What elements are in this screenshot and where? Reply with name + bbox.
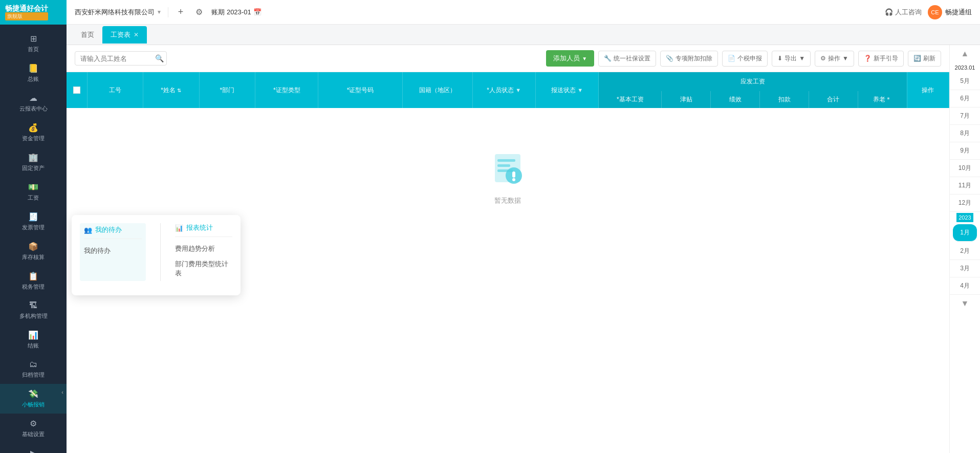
sidebar-item-ledger-label: 总账 (28, 75, 39, 83)
month-item-1-current[interactable]: 1月 (953, 224, 977, 242)
topbar: 西安虾米网络科技有限公司 ▼ + ⚙ 账期 2023-01 📅 🎧 人工咨询 C… (67, 0, 980, 25)
month-item-7[interactable]: 7月 (950, 107, 980, 125)
svg-rect-1 (497, 159, 515, 162)
sidebar-item-tax[interactable]: 📋 税务管理 (0, 266, 67, 296)
popup-section-divider (160, 223, 161, 281)
popup-header: 👥 我的待办 我的待办 📊 报表统计 费用趋势分析 部门费用类型统计表 (80, 223, 232, 281)
sidebar-item-fund-label: 资金管理 (22, 135, 45, 142)
add-people-label: 添加人员 (553, 54, 580, 63)
topbar-add-button[interactable]: + (175, 6, 187, 18)
refresh-label: 刷新 (923, 54, 935, 63)
sidebar-item-archive-label: 归档管理 (22, 371, 45, 379)
report-section-icon: 📊 (175, 224, 183, 232)
select-all-checkbox[interactable] (73, 87, 80, 94)
ledger-icon: 📒 (28, 63, 38, 73)
month-item-8[interactable]: 8月 (950, 125, 980, 142)
sidebar-item-home-label: 首页 (28, 46, 39, 53)
month-item-3[interactable]: 3月 (950, 260, 980, 277)
sidebar-item-settlement[interactable]: 📊 结账 (0, 325, 67, 355)
popup-section-report-label: 报表统计 (186, 223, 213, 232)
tab-close-icon[interactable]: ✕ (134, 31, 139, 38)
sidebar-item-basic[interactable]: ⚙ 基础设置 (0, 414, 67, 443)
archive-icon: 🗂 (29, 360, 37, 369)
search-input[interactable] (80, 55, 152, 62)
month-prev-button[interactable]: ▲ (959, 47, 971, 60)
popup-section-report: 📊 报表统计 费用趋势分析 部门费用类型统计表 (175, 223, 233, 281)
popup-menu: 👥 我的待办 我的待办 📊 报表统计 费用趋势分析 部门费用类型统计表 (72, 215, 241, 295)
sidebar-item-salary[interactable]: 💵 工资 (0, 177, 67, 207)
sidebar-item-inventory-label: 库存核算 (22, 253, 45, 261)
popup-section-report-title: 📊 报表统计 (175, 223, 233, 237)
sidebar-item-cloud-report[interactable]: ☁ 云报表中心 (0, 88, 67, 118)
svg-rect-5 (512, 171, 515, 178)
status-filter-icon[interactable]: ▼ (515, 87, 521, 93)
search-icon: 🔍 (155, 54, 164, 62)
sidebar-item-basic-label: 基础设置 (22, 430, 45, 438)
xiaochang-icon: 💸 (28, 389, 38, 399)
topbar-period[interactable]: 账期 2023-01 📅 (211, 8, 262, 17)
fund-icon: 💰 (28, 123, 38, 133)
sidebar-item-guide[interactable]: ▶ 新手引导 (0, 443, 67, 453)
period-label: 账期 (211, 8, 225, 17)
month-panel: ▲ 2023.01 5月 6月 7月 8月 9月 10月 11月 12月 202… (949, 45, 980, 453)
social-security-button[interactable]: 🔧 统一社保设置 (598, 51, 656, 67)
sidebar-item-multi-org[interactable]: 🏗 多机构管理 (0, 296, 67, 325)
sidebar: 畅捷通好会计 旗舰版 ⊞ 首页 📒 总账 ☁ 云报表中心 💰 资金管理 🏢 固定… (0, 0, 67, 453)
special-deduction-icon: 📎 (666, 55, 673, 62)
name-sort-icon[interactable]: ⇅ (177, 88, 181, 93)
sidebar-item-tax-label: 税务管理 (22, 283, 45, 291)
special-deduction-button[interactable]: 📎 专项附加扣除 (660, 51, 718, 67)
tab-salary[interactable]: 工资表 ✕ (102, 26, 147, 44)
popup-section-todo: 👥 我的待办 我的待办 (80, 223, 146, 281)
month-item-12[interactable]: 12月 (950, 195, 980, 212)
month-item-4[interactable]: 4月 (950, 277, 980, 295)
search-box[interactable]: 🔍 (75, 51, 167, 66)
topbar-settings-button[interactable]: ⚙ (193, 6, 205, 18)
month-item-5[interactable]: 5月 (950, 73, 980, 90)
month-item-6[interactable]: 6月 (950, 90, 980, 107)
sidebar-item-xiaochang-label: 小畅报销 (22, 401, 45, 408)
tab-salary-label: 工资表 (111, 30, 130, 39)
report-filter-icon[interactable]: ▼ (577, 87, 583, 93)
th-base-salary: *基本工资 (599, 91, 662, 108)
sidebar-item-invoice-label: 发票管理 (22, 224, 45, 231)
month-item-10[interactable]: 10月 (950, 160, 980, 177)
personal-tax-button[interactable]: 📄 个税申报 (722, 51, 768, 67)
month-item-9[interactable]: 9月 (950, 142, 980, 160)
user-profile[interactable]: CE 畅捷通组 (928, 5, 972, 19)
sidebar-item-home[interactable]: ⊞ 首页 (0, 29, 67, 58)
tab-home-label: 首页 (81, 30, 94, 39)
th-pension: 养老＊ (858, 91, 907, 108)
export-button[interactable]: ⬇ 导出 ▼ (772, 51, 811, 67)
sidebar-item-cloud-label: 云报表中心 (19, 105, 48, 113)
sidebar-item-inventory[interactable]: 📦 库存核算 (0, 236, 67, 266)
sidebar-item-fund[interactable]: 💰 资金管理 (0, 118, 67, 147)
tab-home[interactable]: 首页 (73, 26, 102, 44)
popup-item-cost-trend[interactable]: 费用趋势分析 (175, 241, 233, 256)
month-item-2[interactable]: 2月 (950, 243, 980, 260)
sidebar-item-invoice[interactable]: 🧾 发票管理 (0, 207, 67, 236)
headset-icon: 🎧 (885, 8, 893, 16)
th-total: 合计 (809, 91, 858, 108)
sidebar-item-xiaochang[interactable]: 💸 小畅报销 ‹ (0, 384, 67, 414)
popup-item-todo[interactable]: 我的待办 (84, 243, 142, 258)
sidebar-item-ledger[interactable]: 📒 总账 (0, 58, 67, 88)
month-item-11[interactable]: 11月 (950, 177, 980, 195)
operations-button[interactable]: ⚙ 操作 ▼ (815, 51, 854, 67)
company-selector[interactable]: 西安虾米网络科技有限公司 ▼ (75, 8, 162, 17)
service-button[interactable]: 🎧 人工咨询 (885, 8, 922, 17)
operations-label: 操作 (828, 54, 840, 63)
th-performance: 绩效 (711, 91, 760, 108)
refresh-button[interactable]: 🔄 刷新 (908, 51, 941, 67)
new-guide-icon: ❓ (864, 55, 872, 62)
popup-item-dept-cost[interactable]: 部门费用类型统计表 (175, 256, 233, 281)
sidebar-item-fixed-assets[interactable]: 🏢 固定资产 (0, 147, 67, 177)
salary-icon: 💵 (28, 182, 38, 192)
sidebar-item-fixed-label: 固定资产 (22, 164, 45, 172)
new-guide-button[interactable]: ❓ 新手引导 (858, 51, 904, 67)
sidebar-item-archive[interactable]: 🗂 归档管理 (0, 355, 67, 384)
add-people-button[interactable]: 添加人员 ▼ (546, 50, 594, 67)
social-security-icon: 🔧 (604, 55, 612, 62)
new-guide-label: 新手引导 (874, 54, 898, 63)
month-next-button[interactable]: ▼ (959, 297, 971, 310)
